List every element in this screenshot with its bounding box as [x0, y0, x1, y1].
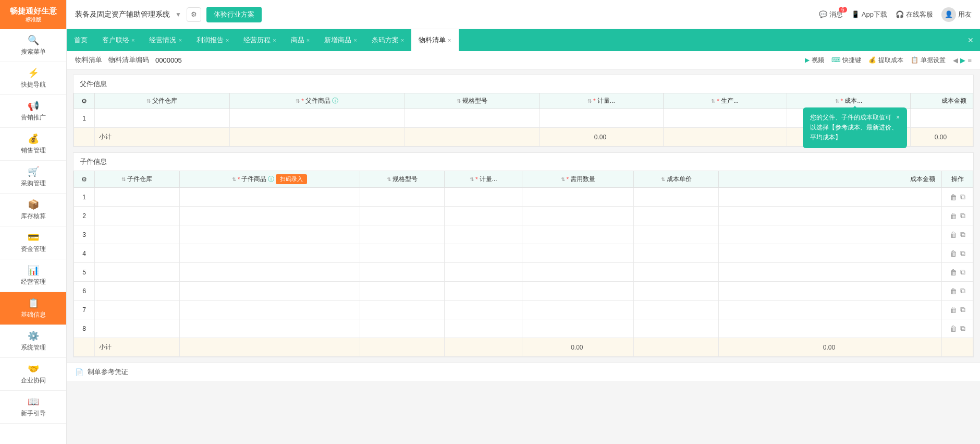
extract-cost-button[interactable]: 💰 提取成本 — [868, 56, 903, 65]
sidebar-item-inventory[interactable]: 📦 库存核算 — [0, 194, 66, 226]
child-goods-cell[interactable] — [179, 188, 360, 207]
tab-operations-status[interactable]: 经营情况 × — [142, 29, 189, 51]
delete-icon[interactable]: 🗑 — [950, 325, 957, 333]
child-unit-cost-cell[interactable] — [634, 225, 719, 244]
child-unit-cell[interactable] — [445, 319, 522, 338]
parent-production-cell[interactable] — [663, 109, 787, 128]
copy-icon[interactable]: ⧉ — [960, 305, 965, 314]
child-quantity-cell[interactable] — [522, 263, 634, 282]
child-spec-cell[interactable] — [360, 263, 445, 282]
child-unit-cost-cell[interactable] — [634, 301, 719, 319]
sidebar-item-system[interactable]: ⚙️ 系统管理 — [0, 325, 66, 358]
child-warehouse-cell[interactable] — [95, 263, 180, 282]
child-unit-cost-cell[interactable] — [634, 244, 719, 263]
delete-icon[interactable]: 🗑 — [950, 231, 957, 239]
child-warehouse-cell[interactable] — [95, 282, 180, 301]
tab-profit-report[interactable]: 利润报告 × — [189, 29, 236, 51]
tab-profit-close[interactable]: × — [226, 37, 229, 43]
child-unit-cell[interactable] — [445, 301, 522, 319]
copy-icon[interactable]: ⧉ — [960, 286, 965, 295]
tab-goods[interactable]: 商品 × — [284, 29, 317, 51]
child-quantity-cell[interactable] — [522, 282, 634, 301]
parent-warehouse-cell[interactable] — [95, 109, 230, 128]
delete-icon[interactable]: 🗑 — [950, 306, 957, 314]
sidebar-item-basicinfo[interactable]: 📋 基础信息 — [0, 292, 66, 325]
sidebar-item-purchase[interactable]: 🛒 采购管理 — [0, 161, 66, 194]
child-warehouse-cell[interactable] — [95, 188, 180, 207]
child-goods-cell[interactable] — [179, 244, 360, 263]
user-avatar-button[interactable]: 👤 用友 — [941, 7, 972, 22]
experience-button[interactable]: 体验行业方案 — [206, 7, 262, 22]
child-settings-gear-icon[interactable]: ⚙ — [81, 176, 87, 183]
child-goods-cell[interactable] — [179, 263, 360, 282]
child-quantity-cell[interactable] — [522, 244, 634, 263]
tab-customers[interactable]: 客户联络 × — [95, 29, 142, 51]
sidebar-item-finance[interactable]: 💳 资金管理 — [0, 226, 66, 259]
sidebar-item-sales[interactable]: 💰 销售管理 — [0, 128, 66, 161]
parent-goods-cell[interactable] — [229, 109, 405, 128]
sidebar-item-enterprise[interactable]: 🤝 企业协同 — [0, 358, 66, 391]
delete-icon[interactable]: 🗑 — [950, 249, 957, 258]
tab-bom[interactable]: 物料清单 × — [411, 29, 458, 51]
child-unit-cell[interactable] — [445, 207, 522, 225]
tab-goods-close[interactable]: × — [307, 37, 310, 43]
tab-newgoods-close[interactable]: × — [353, 37, 357, 43]
copy-icon[interactable]: ⧉ — [960, 230, 965, 239]
tab-new-goods[interactable]: 新增商品 × — [317, 29, 364, 51]
child-spec-cell[interactable] — [360, 319, 445, 338]
list-view-button[interactable]: ≡ — [967, 56, 972, 64]
child-goods-cell[interactable] — [179, 282, 360, 301]
child-goods-cell[interactable] — [179, 319, 360, 338]
child-unit-cell[interactable] — [445, 244, 522, 263]
sidebar-item-guide[interactable]: 📖 新手引导 — [0, 391, 66, 424]
child-goods-cell[interactable] — [179, 207, 360, 225]
tooltip-close-button[interactable]: × — [896, 113, 900, 123]
breadcrumb-bom[interactable]: 物料清单 — [75, 55, 102, 65]
copy-icon[interactable]: ⧉ — [960, 211, 965, 220]
copy-icon[interactable]: ⧉ — [960, 249, 965, 258]
child-unit-cost-cell[interactable] — [634, 282, 719, 301]
header-gear-button[interactable]: ⚙ — [187, 7, 201, 22]
copy-icon[interactable]: ⧉ — [960, 324, 965, 333]
child-warehouse-cell[interactable] — [95, 207, 180, 225]
prev-page-button[interactable]: ◀ — [953, 56, 958, 64]
tab-barcode[interactable]: 条码方案 × — [364, 29, 411, 51]
tab-barcode-close[interactable]: × — [401, 37, 404, 43]
child-goods-cell[interactable] — [179, 301, 360, 319]
child-quantity-cell[interactable] — [522, 225, 634, 244]
nav-end-close[interactable]: ✕ — [961, 36, 980, 44]
delete-icon[interactable]: 🗑 — [950, 212, 957, 220]
child-spec-cell[interactable] — [360, 188, 445, 207]
child-spec-cell[interactable] — [360, 244, 445, 263]
next-page-button[interactable]: ▶ — [960, 56, 965, 64]
child-warehouse-cell[interactable] — [95, 225, 180, 244]
tab-bom-close[interactable]: × — [448, 37, 451, 43]
child-unit-cost-cell[interactable] — [634, 188, 719, 207]
child-spec-cell[interactable] — [360, 207, 445, 225]
copy-icon[interactable]: ⧉ — [960, 193, 965, 201]
copy-icon[interactable]: ⧉ — [960, 268, 965, 277]
child-spec-cell[interactable] — [360, 301, 445, 319]
child-spec-cell[interactable] — [360, 282, 445, 301]
child-warehouse-cell[interactable] — [95, 301, 180, 319]
child-unit-cell[interactable] — [445, 282, 522, 301]
settings-gear-icon[interactable]: ⚙ — [81, 98, 87, 105]
sidebar-item-marketing[interactable]: 📢 营销推广 — [0, 95, 66, 128]
delete-icon[interactable]: 🗑 — [950, 287, 957, 295]
view-button[interactable]: ▶ 视频 — [805, 56, 824, 65]
child-unit-cell[interactable] — [445, 188, 522, 207]
child-unit-cell[interactable] — [445, 225, 522, 244]
shortcut-button[interactable]: ⌨ 快捷键 — [831, 56, 861, 65]
parent-spec-cell[interactable] — [405, 109, 540, 128]
tab-operations-history[interactable]: 经营历程 × — [236, 29, 283, 51]
child-warehouse-cell[interactable] — [95, 244, 180, 263]
child-quantity-cell[interactable] — [522, 301, 634, 319]
child-quantity-cell[interactable] — [522, 188, 634, 207]
header-dropdown-arrow[interactable]: ▼ — [175, 11, 181, 18]
doc-settings-button[interactable]: 📋 单据设置 — [911, 56, 946, 65]
child-quantity-cell[interactable] — [522, 319, 634, 338]
app-download-button[interactable]: 📱 App下载 — [851, 10, 887, 19]
child-unit-cell[interactable] — [445, 263, 522, 282]
child-unit-cost-cell[interactable] — [634, 319, 719, 338]
tab-ops-close[interactable]: × — [178, 37, 181, 43]
